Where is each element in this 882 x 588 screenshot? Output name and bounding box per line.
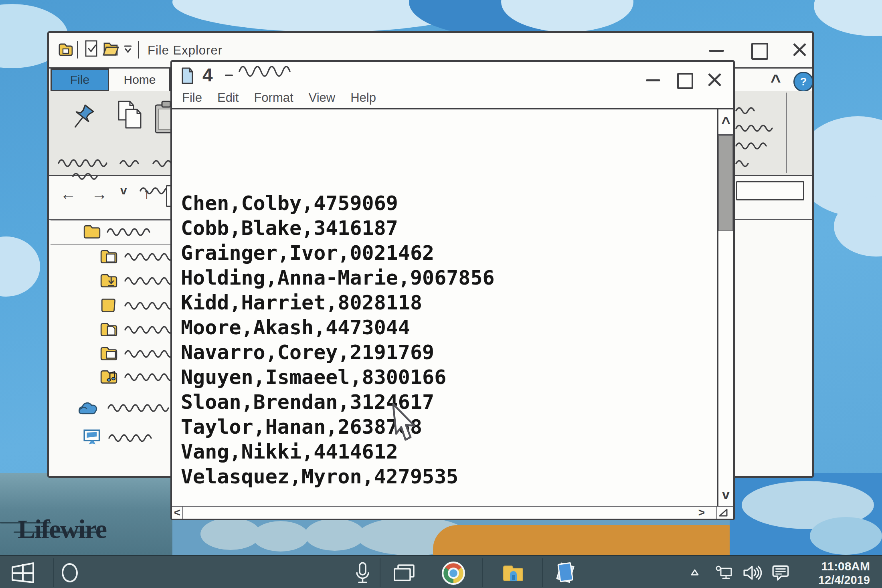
scroll-up-button[interactable]: ^ — [718, 109, 733, 135]
clock-time: 11:08AM — [802, 559, 870, 573]
search-box[interactable] — [736, 181, 804, 200]
vertical-scrollbar[interactable]: ^ v — [717, 109, 733, 506]
sidebar-item-this-pc[interactable] — [82, 428, 147, 447]
minimize-icon[interactable] — [646, 79, 660, 81]
close-icon[interactable] — [707, 72, 722, 87]
placeholder-squiggle — [119, 160, 144, 169]
menu-item[interactable]: File — [182, 91, 202, 105]
folder-desktop-icon — [99, 248, 118, 265]
sea-foam — [200, 518, 261, 550]
open-folder-icon[interactable] — [102, 40, 120, 59]
help-icon[interactable]: ? — [793, 72, 813, 92]
title-dash — [225, 75, 233, 76]
text-line: Nguyen,Ismaeel,8300166 — [181, 365, 714, 390]
horizontal-scrollbar[interactable]: < > — [172, 506, 733, 519]
clock-date: 12/4/2019 — [802, 573, 870, 587]
pin-icon[interactable] — [65, 103, 99, 143]
notepad-window: 4 FileEditFormatViewHelp Chen,Colby,4759… — [170, 60, 735, 520]
up-icon[interactable]: ↑ — [143, 184, 151, 202]
minimize-icon[interactable] — [709, 50, 724, 52]
taskbar-divider — [380, 558, 380, 587]
cortana-button[interactable] — [60, 562, 79, 583]
sidebar-item-music[interactable] — [99, 368, 170, 385]
text-line: Velasquez,Myron,4279535 — [181, 464, 714, 489]
folder-downloads-icon — [99, 272, 118, 289]
placeholder-squiggle — [58, 159, 108, 169]
chevron-down-icon[interactable] — [123, 44, 133, 56]
menu-item[interactable]: Edit — [217, 91, 239, 105]
tab-file[interactable]: File — [51, 69, 109, 91]
mouse-cursor — [388, 402, 418, 448]
back-icon[interactable]: ← — [60, 185, 76, 203]
ribbon-collapse-icon[interactable]: ^ — [771, 71, 781, 91]
tab-home-label: Home — [123, 73, 156, 87]
cloud — [810, 517, 882, 555]
sidebar-item-downloads[interactable] — [99, 272, 182, 289]
network-tray-button[interactable] — [714, 564, 734, 582]
scrollbar-thumb[interactable] — [718, 135, 733, 231]
network-icon — [715, 565, 734, 581]
cloud-icon — [77, 400, 101, 416]
placeholder-squiggle — [107, 228, 155, 238]
menu-item[interactable]: Format — [254, 91, 293, 105]
toolbar-divider — [77, 41, 78, 59]
recent-locations-icon[interactable]: v — [120, 184, 127, 197]
placeholder-squiggle — [735, 160, 754, 169]
notebook-app-button[interactable] — [554, 561, 577, 585]
folder-pictures-icon — [99, 321, 118, 337]
file-explorer-button[interactable] — [501, 562, 525, 583]
np-title-bar[interactable]: 4 — [172, 62, 733, 88]
taskbar: 11:08AM 12/4/2019 — [0, 555, 882, 588]
monitor-icon — [82, 428, 103, 447]
close-icon[interactable] — [792, 42, 807, 57]
placeholder-squiggle — [735, 125, 775, 133]
text-line: Navarro,Corey,2191769 — [181, 340, 714, 365]
copy-documents-icon[interactable] — [115, 100, 148, 138]
sidebar-item-videos[interactable] — [99, 345, 178, 362]
placeholder-squiggle — [735, 107, 756, 116]
save-folder-icon[interactable] — [58, 42, 74, 59]
np-window-title: 4 — [202, 64, 213, 86]
maximize-icon[interactable] — [751, 43, 768, 60]
taskbar-clock[interactable]: 11:08AM 12/4/2019 — [802, 559, 870, 587]
scroll-down-button[interactable]: v — [718, 483, 733, 506]
scroll-right-button[interactable]: > — [696, 507, 708, 519]
check-document-icon[interactable] — [84, 39, 99, 60]
sea-foam — [253, 521, 309, 552]
tab-file-label: File — [70, 73, 89, 87]
resize-grip[interactable] — [716, 507, 734, 519]
menu-item[interactable]: View — [309, 91, 336, 105]
task-view-button[interactable] — [392, 562, 416, 583]
maximize-icon[interactable] — [677, 73, 693, 89]
scroll-right-icon: > — [698, 506, 705, 519]
show-hidden-icons-button[interactable] — [689, 566, 701, 578]
fe-window-title: File Explorer — [148, 43, 223, 58]
forward-icon[interactable]: → — [91, 185, 107, 203]
notification-icon — [772, 564, 790, 582]
windows-logo-icon — [10, 561, 36, 584]
sidebar-item-desktop[interactable] — [99, 248, 178, 265]
help-glyph: ? — [800, 76, 807, 88]
tab-home[interactable]: Home — [110, 69, 170, 91]
text-line: Kidd,Harriet,8028118 — [181, 290, 714, 315]
folder-documents-icon — [99, 297, 118, 313]
placeholder-squiggle — [107, 404, 172, 414]
placeholder-squiggle — [108, 434, 152, 444]
sidebar-item-quick-access[interactable] — [83, 223, 149, 240]
text-area[interactable]: Chen,Colby,4759069Cobb,Blake,3416187Grai… — [181, 116, 714, 489]
action-center-button[interactable] — [771, 563, 791, 583]
dictation-button[interactable] — [352, 561, 374, 585]
scroll-left-button[interactable]: < — [172, 507, 183, 519]
sand-bank — [433, 525, 734, 555]
volume-tray-button[interactable] — [742, 564, 763, 582]
scroll-down-icon: v — [722, 487, 730, 502]
sidebar-item-pictures[interactable] — [99, 321, 182, 337]
sidebar-item-onedrive[interactable] — [77, 400, 165, 416]
chevron-up-icon — [690, 568, 700, 577]
menu-item[interactable]: Help — [350, 91, 376, 105]
scroll-up-icon: ^ — [721, 114, 730, 131]
start-button[interactable] — [9, 561, 37, 585]
title-squiggle — [239, 66, 297, 79]
text-line: Moore,Akash,4473044 — [181, 315, 714, 340]
chrome-button[interactable] — [441, 561, 466, 586]
